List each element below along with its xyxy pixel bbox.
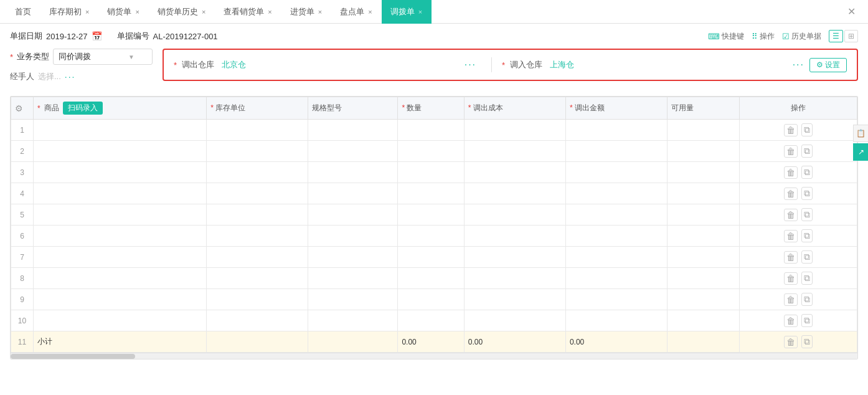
row-3-product[interactable] <box>34 162 207 183</box>
row-9-spec[interactable] <box>308 289 398 310</box>
row-8-cost[interactable] <box>464 268 565 289</box>
row-10-cost[interactable] <box>464 310 565 331</box>
row-9-copy-icon[interactable]: ⧉ <box>801 293 813 306</box>
row-3-spec[interactable] <box>308 162 398 183</box>
tab-stock-check[interactable]: 盘点单 × <box>331 0 381 24</box>
row-4-delete-icon[interactable]: 🗑 <box>784 188 798 200</box>
row-3-qty[interactable] <box>398 162 464 183</box>
row-2-amount[interactable] <box>565 141 667 162</box>
out-warehouse-more-icon[interactable]: ··· <box>460 59 481 70</box>
row-6-cost[interactable] <box>464 226 565 247</box>
row-6-product[interactable] <box>34 226 207 247</box>
row-7-product[interactable] <box>34 247 207 268</box>
row-5-qty[interactable] <box>398 204 464 226</box>
shortcut-btn[interactable]: ⌨ 快捷键 <box>708 31 744 42</box>
row-9-unit[interactable] <box>207 289 308 310</box>
row-2-spec[interactable] <box>308 141 398 162</box>
in-warehouse-more-icon[interactable]: ··· <box>788 59 809 70</box>
in-warehouse-value[interactable]: 上海仓 <box>550 59 574 70</box>
row-6-spec[interactable] <box>308 226 398 247</box>
row-7-qty[interactable] <box>398 247 464 268</box>
row-8-unit[interactable] <box>207 268 308 289</box>
row-3-copy-icon[interactable]: ⧉ <box>801 166 813 179</box>
row-4-cost[interactable] <box>464 183 565 204</box>
row-8-product[interactable] <box>34 268 207 289</box>
row-1-amount[interactable] <box>565 120 667 141</box>
row-8-copy-icon[interactable]: ⧉ <box>801 272 813 285</box>
row-4-copy-icon[interactable]: ⧉ <box>801 187 813 200</box>
scan-button[interactable]: 扫码录入 <box>63 102 103 115</box>
tab-view-sales-close[interactable]: × <box>268 8 271 16</box>
row-6-qty[interactable] <box>398 226 464 247</box>
row-4-unit[interactable] <box>207 183 308 204</box>
table-gear-icon[interactable]: ⚙ <box>15 103 23 113</box>
row-9-amount[interactable] <box>565 289 667 310</box>
row-6-amount[interactable] <box>565 226 667 247</box>
row-10-spec[interactable] <box>308 310 398 331</box>
row-3-amount[interactable] <box>565 162 667 183</box>
row-1-copy-icon[interactable]: ⧉ <box>801 123 813 136</box>
row-9-cost[interactable] <box>464 289 565 310</box>
row-9-product[interactable] <box>34 289 207 310</box>
scroll-thumb[interactable] <box>11 354 135 359</box>
row-2-copy-icon[interactable]: ⧉ <box>801 145 813 158</box>
row-10-delete-icon[interactable]: 🗑 <box>784 315 798 327</box>
row-4-amount[interactable] <box>565 183 667 204</box>
horizontal-scrollbar[interactable] <box>11 353 857 359</box>
row-10-amount[interactable] <box>565 310 667 331</box>
tab-sales-history-close[interactable]: × <box>202 8 205 16</box>
tab-transfer-order[interactable]: 调拨单 × <box>382 0 432 24</box>
row-7-spec[interactable] <box>308 247 398 268</box>
row-8-amount[interactable] <box>565 268 667 289</box>
row-1-cost[interactable] <box>464 120 565 141</box>
tab-inventory-init[interactable]: 库存期初 × <box>40 0 98 24</box>
tab-sales-history[interactable]: 销货单历史 × <box>149 0 215 24</box>
row-2-unit[interactable] <box>207 141 308 162</box>
row-10-copy-icon[interactable]: ⧉ <box>801 314 813 327</box>
row-11-delete-icon[interactable]: 🗑 <box>784 336 798 348</box>
row-10-unit[interactable] <box>207 310 308 331</box>
view-toggle-list[interactable]: ☰ <box>829 30 843 42</box>
row-8-qty[interactable] <box>398 268 464 289</box>
row-5-amount[interactable] <box>565 204 667 226</box>
row-7-cost[interactable] <box>464 247 565 268</box>
row-3-delete-icon[interactable]: 🗑 <box>784 166 798 179</box>
row-11-copy-icon[interactable]: ⧉ <box>801 335 813 348</box>
tab-transfer-order-close[interactable]: × <box>418 8 422 16</box>
row-3-unit[interactable] <box>207 162 308 183</box>
row-1-spec[interactable] <box>308 120 398 141</box>
row-6-delete-icon[interactable]: 🗑 <box>784 230 798 242</box>
row-11-product[interactable]: 小计 <box>34 331 207 353</box>
tab-view-sales[interactable]: 查看销货单 × <box>215 0 281 24</box>
row-8-spec[interactable] <box>308 268 398 289</box>
row-10-qty[interactable] <box>398 310 464 331</box>
row-6-copy-icon[interactable]: ⧉ <box>801 229 813 242</box>
row-8-delete-icon[interactable]: 🗑 <box>784 272 798 285</box>
tab-purchase-order[interactable]: 进货单 × <box>281 0 331 24</box>
row-2-cost[interactable] <box>464 141 565 162</box>
handler-more-icon[interactable]: ··· <box>65 72 76 82</box>
row-9-qty[interactable] <box>398 289 464 310</box>
row-5-delete-icon[interactable]: 🗑 <box>784 209 798 221</box>
row-5-cost[interactable] <box>464 204 565 226</box>
window-close-button[interactable]: ✕ <box>841 6 862 17</box>
out-warehouse-value[interactable]: 北京仓 <box>222 59 246 70</box>
row-4-product[interactable] <box>34 183 207 204</box>
row-10-product[interactable] <box>34 310 207 331</box>
row-2-delete-icon[interactable]: 🗑 <box>784 145 798 158</box>
row-1-delete-icon[interactable]: 🗑 <box>784 124 798 136</box>
row-2-product[interactable] <box>34 141 207 162</box>
row-9-delete-icon[interactable]: 🗑 <box>784 293 798 306</box>
row-5-unit[interactable] <box>207 204 308 226</box>
row-7-delete-icon[interactable]: 🗑 <box>784 251 798 264</box>
row-6-unit[interactable] <box>207 226 308 247</box>
biz-type-select[interactable]: 同价调拨 ▼ <box>53 49 153 65</box>
row-5-spec[interactable] <box>308 204 398 226</box>
tab-stock-check-close[interactable]: × <box>368 8 372 16</box>
tab-home[interactable]: 首页 <box>6 0 40 24</box>
row-7-amount[interactable] <box>565 247 667 268</box>
tab-inventory-init-close[interactable]: × <box>85 8 89 16</box>
row-1-unit[interactable] <box>207 120 308 141</box>
calendar-icon[interactable]: 📅 <box>92 31 102 41</box>
settings-button[interactable]: ⚙ 设置 <box>809 58 847 72</box>
